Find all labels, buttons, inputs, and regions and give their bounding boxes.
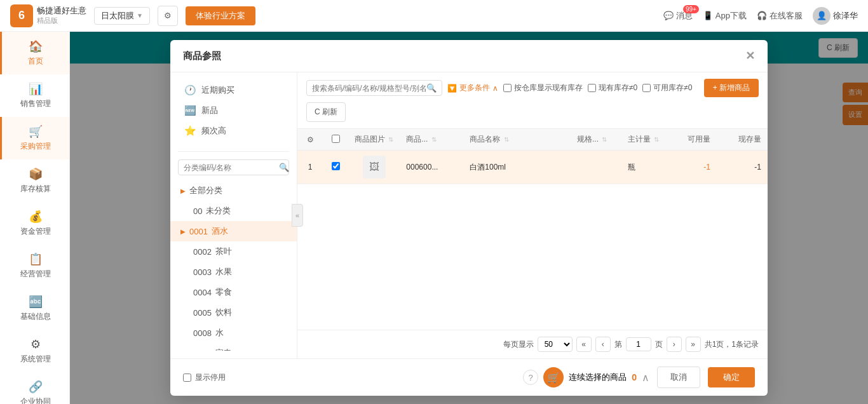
- category-all[interactable]: ▶ 全部分类: [170, 180, 297, 201]
- category-uncategorized[interactable]: 00 未分类: [170, 201, 297, 221]
- col-header-code[interactable]: 商品... ⇅: [400, 129, 463, 151]
- prev-page-button[interactable]: ‹: [595, 337, 611, 352]
- col-unit-label: 主计量: [628, 135, 651, 144]
- next-page-button[interactable]: ›: [667, 337, 682, 352]
- sidebar-item-label: 经营管理: [20, 269, 51, 279]
- refresh-button[interactable]: C 刷新: [306, 102, 346, 122]
- gear-icon: ⚙: [164, 11, 172, 20]
- col-header-avail[interactable]: 可用量: [666, 129, 717, 151]
- app-download-item[interactable]: 📱 App下载: [703, 10, 747, 22]
- user-info[interactable]: 👤 徐泽华: [813, 7, 858, 25]
- sidebar-item-operations[interactable]: 📋 经营管理: [0, 245, 69, 287]
- gear-button[interactable]: ⚙: [158, 6, 178, 26]
- col-name-label: 商品名称: [470, 135, 500, 144]
- divider: [178, 151, 289, 152]
- category-drinks[interactable]: 0005 饮料: [170, 302, 297, 323]
- help-icon-button[interactable]: ?: [523, 370, 538, 385]
- row-code: 000600...: [400, 151, 463, 184]
- frequent-item[interactable]: ⭐ 频次高: [178, 121, 289, 141]
- add-product-button[interactable]: + 新增商品: [704, 79, 759, 97]
- new-product-item[interactable]: 🆕 新品: [178, 100, 289, 121]
- checkbox-stock[interactable]: 现有库存≠0: [588, 83, 637, 93]
- sidebar-item-label: 销售管理: [20, 98, 51, 109]
- show-disabled-label: 显示停用: [195, 372, 226, 383]
- col-header-stock[interactable]: 现存量: [717, 129, 768, 151]
- sidebar-item-purchase[interactable]: 🛒 采购管理: [0, 117, 69, 159]
- category-tea[interactable]: 0002 茶叶: [170, 241, 297, 262]
- page-number-input[interactable]: [626, 337, 651, 351]
- row-select-checkbox[interactable]: [332, 162, 340, 170]
- category-search-row[interactable]: 🔍: [178, 159, 289, 175]
- checkbox-avail[interactable]: 可用库存≠0: [642, 83, 692, 93]
- checkbox-warehouse[interactable]: 按仓库显示现有库存: [503, 83, 583, 93]
- store-selector[interactable]: 日太阳膜 ▼: [94, 7, 150, 25]
- checkbox-warehouse-input[interactable]: [503, 84, 512, 92]
- category-snacks[interactable]: 0004 零食: [170, 282, 297, 302]
- checkbox-stock-input[interactable]: [588, 84, 596, 92]
- row-stock: -1: [717, 151, 768, 184]
- col-spec-label: 规格...: [577, 135, 599, 144]
- last-page-button[interactable]: »: [686, 337, 701, 352]
- sidebar-item-home[interactable]: 🏠 首页: [0, 32, 69, 74]
- show-disabled-checkbox[interactable]: 显示停用: [183, 372, 226, 383]
- col-header-spec[interactable]: 规格... ⇅: [571, 129, 621, 151]
- star-icon: ⭐: [184, 125, 196, 137]
- home-icon: 🏠: [29, 39, 43, 53]
- col-header-unit[interactable]: 主计量 ⇅: [621, 129, 666, 151]
- page-size-select[interactable]: 50 100 200: [538, 337, 573, 352]
- expand-active-icon: ▶: [180, 228, 186, 235]
- modal-close-button[interactable]: ✕: [745, 49, 755, 63]
- modal-right-panel: 🔍 🔽 更多条件 ∧ 按仓库显示现有库存: [297, 72, 768, 358]
- sales-icon: 📊: [29, 82, 43, 96]
- sidebar-item-finance[interactable]: 💰 资金管理: [0, 202, 69, 245]
- sidebar-item-enterprise[interactable]: 🔗 企业协同: [0, 372, 69, 404]
- checkbox-avail-input[interactable]: [642, 84, 651, 92]
- cart-icon-button[interactable]: 🛒: [543, 367, 564, 387]
- category-search-input[interactable]: [184, 163, 279, 172]
- modal-header: 商品参照 ✕: [170, 40, 768, 72]
- category-appliance[interactable]: 0010 家电: [170, 343, 297, 351]
- category-search-icon[interactable]: 🔍: [279, 163, 289, 172]
- panel-collapse-button[interactable]: «: [292, 204, 303, 227]
- service-item[interactable]: 🎧 在线客服: [757, 10, 803, 22]
- sidebar-item-label: 采购管理: [20, 141, 51, 152]
- store-name: 日太阳膜: [101, 10, 134, 22]
- sort-icon-unit: ⇅: [654, 136, 659, 143]
- category-water[interactable]: 0008 水: [170, 323, 297, 343]
- modal-title: 商品参照: [183, 50, 221, 62]
- table-row[interactable]: 1 🖼 000600... 白酒100ml 瓶: [297, 151, 768, 184]
- row-checkbox[interactable]: [323, 151, 348, 184]
- recent-purchase-item[interactable]: 🕐 近期购买: [178, 80, 289, 100]
- sidebar-item-basics[interactable]: 🔤 基础信息: [0, 287, 69, 330]
- product-search-wrap[interactable]: 🔍: [306, 80, 442, 96]
- collapse-cart-button[interactable]: ∧: [642, 372, 649, 384]
- cancel-button[interactable]: 取消: [657, 367, 700, 388]
- category-liquor[interactable]: ▶ 0001 酒水: [170, 221, 297, 241]
- category-list: ▶ 全部分类 00 未分类 ▶ 0001 酒水: [170, 180, 297, 351]
- logo-icon: 6: [10, 4, 33, 27]
- sidebar-item-inventory[interactable]: 📦 库存核算: [0, 159, 69, 202]
- modal-left-panel: 🕐 近期购买 🆕 新品 ⭐ 频次高: [170, 72, 297, 358]
- sidebar-item-sales[interactable]: 📊 销售管理: [0, 74, 69, 117]
- product-search-input[interactable]: [312, 84, 426, 93]
- messages-badge: 99+: [683, 5, 699, 13]
- col-header-settings[interactable]: ⚙: [297, 129, 323, 151]
- search-icon[interactable]: 🔍: [426, 83, 437, 93]
- col-header-name[interactable]: 商品名称 ⇅: [463, 129, 571, 151]
- clock-icon: 🕐: [184, 84, 196, 96]
- sidebar-item-system[interactable]: ⚙ 系统管理: [0, 330, 69, 372]
- col-header-checkbox[interactable]: [323, 129, 348, 151]
- messages-nav-item[interactable]: 💬 消息 99+: [663, 10, 693, 22]
- select-all-checkbox[interactable]: [332, 135, 340, 143]
- operations-icon: 📋: [29, 252, 43, 266]
- avatar: 👤: [813, 7, 831, 25]
- first-page-button[interactable]: «: [576, 337, 592, 352]
- filter-button[interactable]: 🔽 更多条件 ∧: [447, 83, 498, 93]
- category-fruit[interactable]: 0003 水果: [170, 262, 297, 282]
- col-header-img[interactable]: 商品图片 ⇅: [348, 129, 400, 151]
- show-disabled-input[interactable]: [183, 374, 191, 382]
- confirm-button[interactable]: 确定: [708, 367, 755, 387]
- trial-button[interactable]: 体验行业方案: [186, 6, 255, 25]
- filter-label: 更多条件: [459, 83, 490, 93]
- sidebar-item-label: 系统管理: [20, 354, 51, 365]
